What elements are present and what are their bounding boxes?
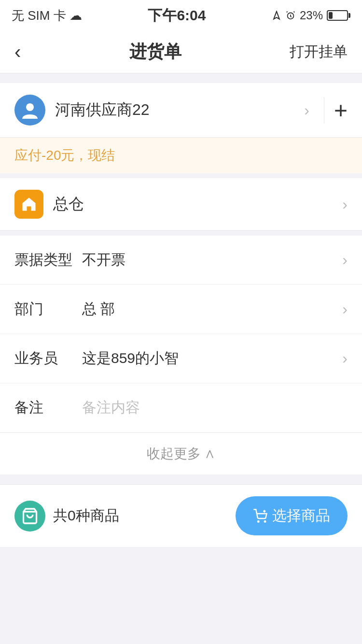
invoice-type-label: 票据类型	[14, 250, 82, 270]
salesperson-row[interactable]: 业务员 这是859的小智 ›	[0, 334, 362, 383]
location-icon	[272, 11, 281, 20]
battery-percentage: 23%	[300, 9, 323, 22]
warehouse-chevron-icon: ›	[342, 196, 348, 213]
collapse-button[interactable]: 收起更多 ∧	[0, 433, 362, 475]
top-divider	[0, 73, 362, 83]
collapse-label: 收起更多 ∧	[147, 446, 216, 461]
supplier-section: 河南供应商22 › + 应付-20元，现结	[0, 83, 362, 173]
back-button[interactable]: ‹	[14, 41, 21, 63]
notice-bar: 应付-20元，现结	[0, 138, 362, 173]
select-product-button[interactable]: 选择商品	[236, 496, 348, 535]
nav-bar: ‹ 进货单 打开挂单	[0, 31, 362, 73]
invoice-type-value: 不开票	[82, 250, 337, 270]
main-content: 河南供应商22 › + 应付-20元，现结 总仓 › 票据类型 不开票 ›	[0, 73, 362, 644]
battery-icon	[327, 10, 350, 21]
cart-icon	[253, 509, 267, 523]
bottom-bar: 共0种商品 选择商品	[0, 484, 362, 547]
add-supplier-button[interactable]: +	[324, 97, 348, 124]
warehouse-name: 总仓	[53, 194, 337, 215]
status-right: 23%	[272, 9, 350, 22]
svg-point-3	[258, 521, 259, 522]
sim-label: 无 SIM 卡 ☁	[12, 7, 82, 24]
salesperson-label: 业务员	[14, 349, 82, 368]
page-title: 进货单	[129, 40, 181, 64]
remark-row[interactable]: 备注 备注内容	[0, 383, 362, 433]
status-time: 下午6:04	[148, 6, 206, 26]
form-section: 票据类型 不开票 › 部门 总 部 › 业务员 这是859的小智 › 备注 备注…	[0, 236, 362, 475]
shopping-bag-icon	[21, 507, 39, 525]
notice-text: 应付-20元，现结	[14, 148, 115, 163]
department-label: 部门	[14, 299, 82, 319]
supplier-row[interactable]: 河南供应商22 › +	[0, 83, 362, 138]
house-icon	[20, 196, 38, 213]
supplier-right: › +	[304, 97, 348, 124]
invoice-type-row[interactable]: 票据类型 不开票 ›	[0, 236, 362, 285]
bottom-divider	[0, 475, 362, 484]
department-value: 总 部	[82, 299, 337, 319]
invoice-type-chevron-icon: ›	[342, 251, 348, 269]
salesperson-value: 这是859的小智	[82, 349, 337, 368]
alarm-icon	[285, 10, 296, 21]
product-icon-circle	[14, 501, 45, 532]
select-product-label: 选择商品	[272, 506, 330, 526]
warehouse-icon	[14, 190, 43, 219]
person-icon	[20, 100, 40, 120]
status-bar: 无 SIM 卡 ☁ 下午6:04 23%	[0, 0, 362, 31]
product-count-section: 共0种商品	[14, 501, 119, 532]
remark-label: 备注	[14, 398, 82, 418]
department-row[interactable]: 部门 总 部 ›	[0, 285, 362, 334]
supplier-chevron-icon: ›	[304, 101, 309, 119]
warehouse-row[interactable]: 总仓 ›	[0, 173, 362, 231]
department-chevron-icon: ›	[342, 300, 348, 318]
svg-point-1	[26, 103, 34, 111]
supplier-name: 河南供应商22	[55, 99, 304, 121]
status-left: 无 SIM 卡 ☁	[12, 7, 82, 24]
supplier-avatar	[14, 95, 45, 126]
product-count-text: 共0种商品	[53, 506, 119, 526]
salesperson-chevron-icon: ›	[342, 350, 348, 367]
open-pending-button[interactable]: 打开挂单	[290, 42, 348, 62]
svg-point-4	[265, 521, 266, 522]
remark-input[interactable]: 备注内容	[82, 398, 348, 418]
